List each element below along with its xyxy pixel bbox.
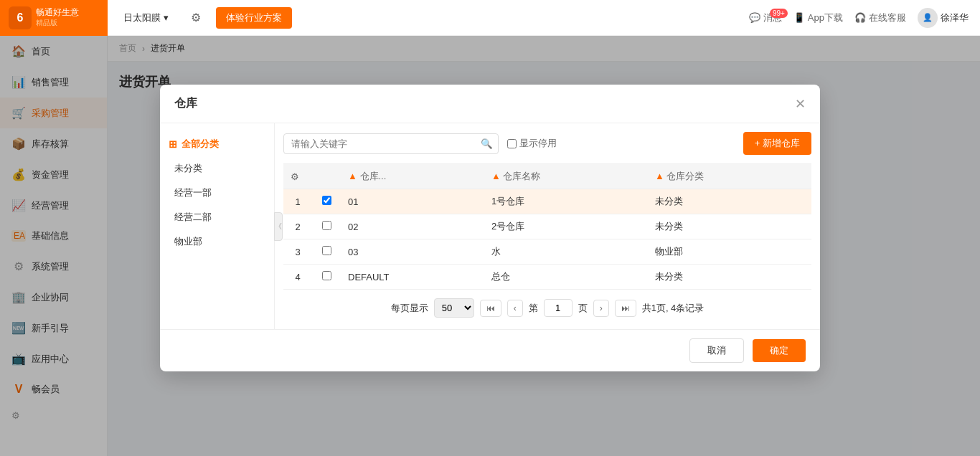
- col-header-name: ▲ 仓库名称: [484, 164, 648, 189]
- confirm-button[interactable]: 确定: [753, 339, 806, 362]
- category-item-unclassified[interactable]: 未分类: [160, 156, 274, 181]
- app-download-button[interactable]: 📱 App下载: [793, 11, 843, 24]
- cell-num: 3: [283, 239, 312, 265]
- page-number-input[interactable]: [544, 299, 573, 317]
- trial-button[interactable]: 体验行业方案: [216, 7, 292, 29]
- category-item-dept1[interactable]: 经营一部: [160, 181, 274, 205]
- cell-category: 未分类: [648, 265, 811, 290]
- cell-name: 2号仓库: [484, 214, 648, 239]
- header-right: 💬 消息 99+ 📱 App下载 🎧 在线客服 👤 徐泽华: [749, 8, 969, 28]
- chevron-down-icon: ▾: [164, 12, 169, 23]
- cell-check[interactable]: [312, 189, 341, 214]
- message-icon: 💬: [749, 12, 760, 23]
- logo-icon: 6: [9, 6, 32, 29]
- col-header-category: ▲ 仓库分类: [648, 164, 811, 189]
- mobile-icon: 📱: [793, 12, 805, 23]
- table-body: 1 01 1号仓库 未分类 2 02 2号仓库 未分类 3 03 水 物业部 4…: [283, 189, 811, 290]
- table-row[interactable]: 4 DEFAULT 总仓 未分类: [283, 265, 811, 290]
- col-header-code: ▲ 仓库...: [341, 164, 484, 189]
- prev-page-button[interactable]: ‹: [507, 300, 523, 317]
- cell-code: 02: [341, 214, 484, 239]
- table-panel: 🔍 显示停用 + 新增仓库 ⚙ ▲: [275, 123, 820, 329]
- warehouse-table: ⚙ ▲ 仓库... ▲ 仓库名称 ▲: [283, 163, 811, 290]
- category-item-property[interactable]: 物业部: [160, 229, 274, 254]
- col-header-check: [312, 164, 341, 189]
- last-page-button[interactable]: ⏭: [615, 300, 636, 317]
- category-item-dept2[interactable]: 经营二部: [160, 205, 274, 229]
- modal-footer: 取消 确定: [160, 329, 820, 371]
- all-category-button[interactable]: ⊞ 全部分类: [160, 132, 274, 156]
- show-disabled-label[interactable]: 显示停用: [507, 137, 557, 150]
- search-wrapper: 🔍: [283, 133, 499, 154]
- cell-name: 总仓: [484, 265, 648, 290]
- per-page-select[interactable]: 50 100: [434, 298, 474, 318]
- settings-icon[interactable]: ⚙: [184, 6, 207, 29]
- category-panel: ⊞ 全部分类 未分类 经营一部 经营二部 物业部 《: [160, 123, 275, 329]
- search-button[interactable]: 🔍: [481, 138, 493, 149]
- cell-check[interactable]: [312, 265, 341, 290]
- next-page-button[interactable]: ›: [593, 300, 609, 317]
- cancel-button[interactable]: 取消: [689, 338, 744, 363]
- first-page-button[interactable]: ⏮: [480, 300, 501, 317]
- cell-code: 03: [341, 239, 484, 265]
- table-container: ⚙ ▲ 仓库... ▲ 仓库名称 ▲: [283, 163, 811, 290]
- sort-code-icon: ▲: [348, 171, 357, 181]
- user-menu[interactable]: 👤 徐泽华: [918, 8, 969, 28]
- col-header-gear: ⚙: [283, 164, 312, 189]
- sort-name-icon: ▲: [491, 171, 501, 181]
- cell-category: 未分类: [648, 214, 811, 239]
- message-button[interactable]: 💬 消息 99+: [749, 11, 782, 24]
- headset-icon: 🎧: [854, 12, 866, 23]
- cell-category: 物业部: [648, 239, 811, 265]
- cell-code: DEFAULT: [341, 265, 484, 290]
- search-input[interactable]: [283, 133, 499, 154]
- modal-body: ⊞ 全部分类 未分类 经营一部 经营二部 物业部 《 🔍 显示停用 + 新增: [160, 123, 820, 329]
- avatar: 👤: [918, 8, 938, 28]
- show-disabled-checkbox[interactable]: [507, 139, 517, 148]
- logo-sub: 精品版: [36, 18, 79, 28]
- pagination: 每页显示 50 100 ⏮ ‹ 第 页 › ⏭ 共1页, 4条记录: [283, 290, 811, 320]
- table-header-row: ⚙ ▲ 仓库... ▲ 仓库名称 ▲: [283, 164, 811, 189]
- modal-header: 仓库 ✕: [160, 85, 820, 123]
- cell-name: 1号仓库: [484, 189, 648, 214]
- store-selector[interactable]: 日太阳膜 ▾: [116, 11, 176, 24]
- cell-num: 1: [283, 189, 312, 214]
- sort-cat-icon: ▲: [655, 171, 664, 181]
- category-collapse-button[interactable]: 《: [274, 212, 283, 241]
- top-header: 6 畅通好生意 精品版 日太阳膜 ▾ ⚙ 体验行业方案 💬 消息 99+ 📱 A…: [0, 0, 980, 36]
- table-row[interactable]: 2 02 2号仓库 未分类: [283, 214, 811, 239]
- modal-close-button[interactable]: ✕: [795, 98, 806, 110]
- cell-name: 水: [484, 239, 648, 265]
- service-button[interactable]: 🎧 在线客服: [854, 11, 906, 24]
- table-toolbar: 🔍 显示停用 + 新增仓库: [283, 132, 811, 155]
- warehouse-modal: 仓库 ✕ ⊞ 全部分类 未分类 经营一部 经营二部 物业部 《 🔍: [160, 85, 820, 371]
- cell-check[interactable]: [312, 239, 341, 265]
- cell-num: 2: [283, 214, 312, 239]
- modal-title: 仓库: [174, 96, 197, 111]
- cell-code: 01: [341, 189, 484, 214]
- grid-icon: ⊞: [169, 138, 177, 150]
- cell-check[interactable]: [312, 214, 341, 239]
- table-row[interactable]: 3 03 水 物业部: [283, 239, 811, 265]
- table-row[interactable]: 1 01 1号仓库 未分类: [283, 189, 811, 214]
- table-head: ⚙ ▲ 仓库... ▲ 仓库名称 ▲: [283, 164, 811, 189]
- message-badge: 99+: [770, 9, 788, 18]
- cell-category: 未分类: [648, 189, 811, 214]
- logo-title: 畅通好生意: [36, 7, 79, 19]
- logo-area: 6 畅通好生意 精品版: [0, 0, 108, 36]
- add-warehouse-button[interactable]: + 新增仓库: [743, 132, 811, 155]
- cell-num: 4: [283, 265, 312, 290]
